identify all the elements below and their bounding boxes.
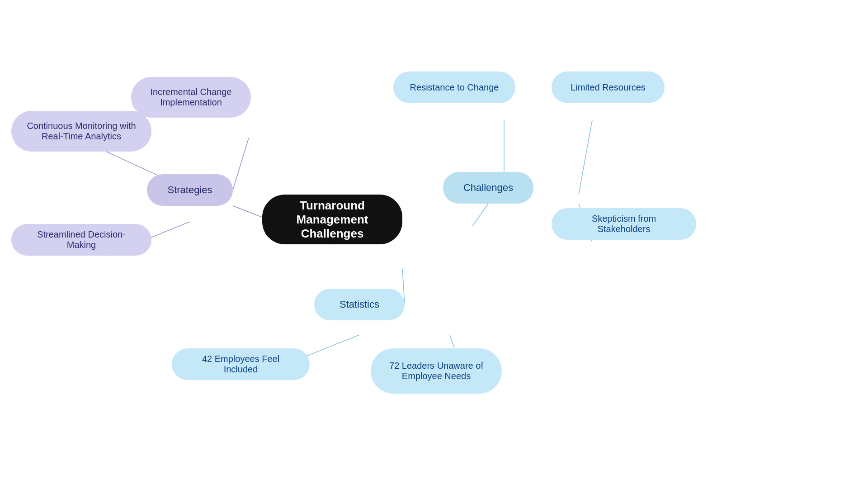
challenges-hub: Challenges — [443, 172, 533, 204]
strategies-label: Strategies — [167, 184, 212, 196]
stat-leaders-label: 72 Leaders Unaware of Employee Needs — [383, 361, 489, 381]
strategy-incremental-label: Incremental Change Implementation — [144, 87, 238, 108]
strategy-monitoring-label: Continuous Monitoring with Real-Time Ana… — [24, 121, 139, 142]
stat-item-leaders: 72 Leaders Unaware of Employee Needs — [371, 348, 502, 394]
stat-item-employees: 42 Employees Feel Included — [172, 348, 310, 380]
strategy-item-decision: Streamlined Decision-Making — [11, 224, 151, 256]
challenge-item-resources: Limited Resources — [552, 71, 665, 103]
challenge-item-skepticism: Skepticism from Stakeholders — [552, 208, 696, 240]
stat-employees-label: 42 Employees Feel Included — [184, 354, 297, 375]
center-node: Turnaround Management Challenges — [262, 195, 402, 244]
svg-line-6 — [579, 120, 592, 195]
challenge-item-resistance: Resistance to Change — [393, 71, 515, 103]
svg-line-1 — [233, 138, 249, 190]
challenge-resistance-label: Resistance to Change — [410, 82, 499, 93]
challenge-skepticism-label: Skepticism from Stakeholders — [564, 214, 684, 234]
statistics-label: Statistics — [340, 299, 379, 310]
strategy-decision-label: Streamlined Decision-Making — [24, 229, 139, 250]
strategy-item-incremental: Incremental Change Implementation — [131, 77, 251, 118]
challenge-resources-label: Limited Resources — [571, 82, 646, 93]
statistics-hub: Statistics — [314, 289, 405, 320]
strategy-item-monitoring: Continuous Monitoring with Real-Time Ana… — [11, 111, 151, 152]
center-label: Turnaround Management Challenges — [275, 199, 390, 241]
challenges-label: Challenges — [463, 182, 513, 194]
svg-line-4 — [472, 204, 488, 226]
strategies-hub: Strategies — [147, 174, 233, 206]
